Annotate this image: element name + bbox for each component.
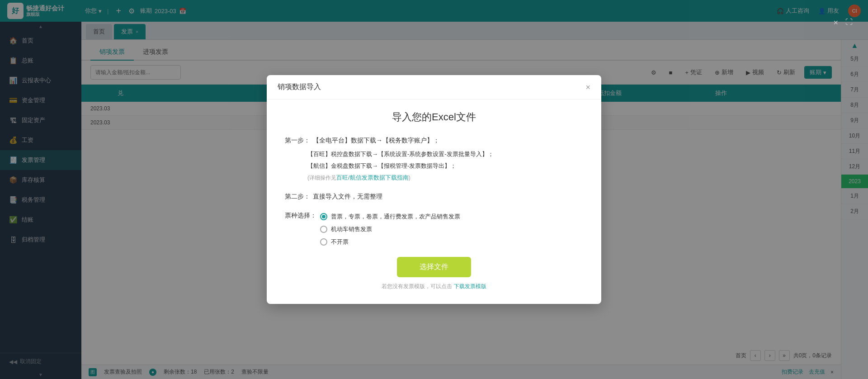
radio-circle-motor (320, 226, 327, 233)
radio-group-label: 票种选择： (285, 210, 316, 220)
modal-overlay: × ⛶ 销项数据导入 × 导入您的Excel文件 第一步： 【全电平台】数据下载… (0, 0, 868, 379)
modal-footer: 若您没有发票模版，可以点击 下载发票模版 (285, 283, 583, 290)
download-guide-link[interactable]: 百旺/航信发票数据下载指南 (336, 174, 409, 181)
radio-group: 普票，专票，卷票，通行费发票，农产品销售发票 × 现在支持的票种多了，导入发票时… (316, 213, 583, 246)
download-template-link[interactable]: 下载发票模版 (454, 283, 486, 289)
outer-close-button[interactable]: × (833, 18, 838, 28)
radio-option-noticket[interactable]: 不开票 (320, 238, 583, 246)
modal-body: 导入您的Excel文件 第一步： 【全电平台】数据下载→【税务数字账户】； 【百… (267, 99, 601, 304)
modal-close-button[interactable]: × (585, 83, 590, 91)
radio-option-motor[interactable]: 机动车销售发票 (320, 225, 583, 233)
modal-main-title: 导入您的Excel文件 (285, 110, 583, 124)
step1-section: 第一步： 【全电平台】数据下载→【税务数字账户】； 【百旺】税控盘数据下载→【系… (285, 137, 583, 184)
step2-section: 第二步： 直接导入文件，无需整理 (285, 193, 583, 201)
radio-option-normal[interactable]: 普票，专票，卷票，通行费发票，农产品销售发票 × 现在支持的票种多了，导入发票时… (320, 213, 583, 221)
import-modal: 销项数据导入 × 导入您的Excel文件 第一步： 【全电平台】数据下载→【税务… (267, 75, 601, 304)
radio-circle-normal (320, 213, 327, 220)
radio-circle-noticket (320, 238, 327, 246)
modal-title: 销项数据导入 (278, 82, 321, 92)
outer-expand-button[interactable]: ⛶ (845, 18, 853, 28)
modal-header: 销项数据导入 × (267, 75, 601, 99)
select-file-button[interactable]: 选择文件 (397, 257, 471, 277)
